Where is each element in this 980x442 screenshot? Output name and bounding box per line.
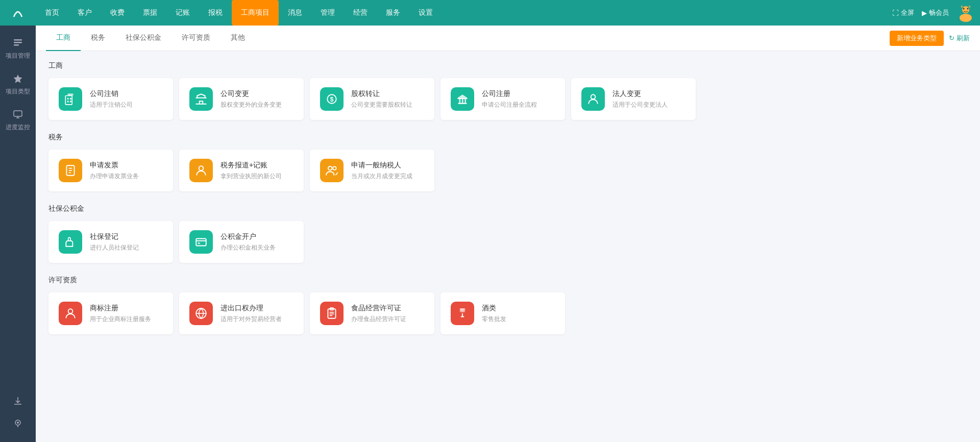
card-title: 进出口权办理	[220, 304, 293, 313]
service-card[interactable]: 税务报道+记账拿到营业执照的新公司	[179, 150, 304, 191]
card-title: 公司注册	[482, 89, 555, 99]
new-type-button[interactable]: 新增业务类型	[890, 31, 944, 46]
monitor-icon	[12, 108, 24, 120]
service-card[interactable]: $股权转让公司变更需要股权转让	[310, 78, 434, 120]
top-navigation: 首页客户收费票据记账报税工商项目消息管理经营服务设置 ⛶ 全屏 ▶ 畅会员	[0, 0, 980, 26]
section-社保公积金: 社保公积金社保登记进行人员社保登记公积金开户办理公积金相关业务	[48, 204, 967, 263]
sidebar-item-progress[interactable]: 进度监控	[0, 102, 36, 138]
nav-item-记账[interactable]: 记账	[166, 0, 199, 26]
section-title: 许可资质	[48, 276, 967, 285]
svg-rect-19	[70, 98, 71, 100]
svg-rect-37	[196, 239, 206, 246]
section-title: 工商	[48, 61, 967, 70]
card-title: 股权转让	[351, 89, 424, 99]
tabs-container: 工商税务社保公积金许可资质其他	[46, 26, 255, 51]
svg-text:$: $	[330, 96, 334, 103]
sidebar-location-btn[interactable]	[0, 412, 36, 434]
vip-button[interactable]: ▶ 畅会员	[922, 8, 949, 17]
nav-item-工商项目[interactable]: 工商项目	[232, 0, 279, 26]
nav-item-服务[interactable]: 服务	[377, 0, 409, 26]
card-icon	[59, 230, 82, 254]
svg-rect-6	[14, 44, 19, 46]
tab-许可资质[interactable]: 许可资质	[172, 26, 220, 51]
svg-rect-20	[67, 101, 69, 102]
refresh-button[interactable]: ↻ 刷新	[949, 34, 970, 43]
svg-rect-27	[462, 99, 463, 103]
card-icon	[451, 87, 474, 111]
nav-item-客户[interactable]: 客户	[68, 0, 101, 26]
card-desc: 公司变更需要股权转让	[351, 101, 424, 109]
service-card[interactable]: 商标注册用于企业商标注册服务	[48, 292, 173, 334]
card-icon	[581, 87, 605, 111]
vip-label: 畅会员	[929, 8, 949, 17]
cards-grid: 申请发票办理申请发票业务税务报道+记账拿到营业执照的新公司申请一般纳税人当月或次…	[48, 150, 967, 191]
svg-rect-26	[459, 99, 461, 103]
nav-item-消息[interactable]: 消息	[279, 0, 311, 26]
tab-其他[interactable]: 其他	[220, 26, 255, 51]
service-card[interactable]: 公司变更股权变更外的业务变更	[179, 78, 304, 120]
nav-item-收费[interactable]: 收费	[101, 0, 134, 26]
cards-grid: 社保登记进行人员社保登记公积金开户办理公积金相关业务	[48, 221, 967, 263]
tab-工商[interactable]: 工商	[46, 26, 81, 51]
card-title: 法人变更	[612, 89, 685, 99]
service-card[interactable]: 公司注册申请公司注册全流程	[440, 78, 565, 120]
fullscreen-button[interactable]: ⛶ 全屏	[892, 8, 914, 17]
cards-grid: 公司注销适用于注销公司公司变更股权变更外的业务变更$股权转让公司变更需要股权转让…	[48, 78, 967, 120]
card-desc: 当月或次月成变更完成	[351, 172, 424, 181]
scroll-content[interactable]: 工商公司注销适用于注销公司公司变更股权变更外的业务变更$股权转让公司变更需要股权…	[36, 51, 980, 442]
nav-item-票据[interactable]: 票据	[134, 0, 166, 26]
card-title: 申请发票	[90, 161, 163, 170]
svg-point-3	[967, 8, 969, 10]
card-desc: 零售批发	[482, 315, 555, 324]
card-title: 公司注销	[90, 89, 163, 99]
service-card[interactable]: 申请发票办理申请发票业务	[48, 150, 173, 191]
nav-item-管理[interactable]: 管理	[311, 0, 344, 26]
card-icon	[189, 87, 213, 111]
card-desc: 适用于注销公司	[90, 101, 163, 109]
sidebar-download-btn[interactable]	[0, 389, 36, 412]
nav-item-首页[interactable]: 首页	[36, 0, 68, 26]
play-icon: ▶	[922, 9, 927, 17]
tab-社保公积金[interactable]: 社保公积金	[115, 26, 172, 51]
service-card[interactable]: 社保登记进行人员社保登记	[48, 221, 173, 263]
service-card[interactable]: 公司注销适用于注销公司	[48, 78, 173, 120]
sidebar-item-project-type[interactable]: 项目类型	[0, 66, 36, 102]
card-desc: 适用于公司变更法人	[612, 101, 685, 109]
refresh-icon: ↻	[949, 34, 954, 42]
top-nav-right: ⛶ 全屏 ▶ 畅会员	[892, 4, 975, 22]
card-desc: 拿到营业执照的新公司	[220, 172, 293, 181]
card-title: 食品经营许可证	[351, 304, 424, 313]
fullscreen-label: 全屏	[901, 8, 914, 17]
fullscreen-icon: ⛶	[892, 9, 899, 17]
service-card[interactable]: 食品经营许可证办理食品经营许可证	[310, 292, 434, 334]
svg-rect-5	[14, 42, 22, 43]
sidebar-item-project-management[interactable]: 项目管理	[0, 31, 36, 66]
service-card[interactable]: 进出口权办理适用于对外贸易经营者	[179, 292, 304, 334]
svg-rect-24	[458, 103, 467, 104]
avatar[interactable]	[957, 4, 975, 22]
section-许可资质: 许可资质商标注册用于企业商标注册服务进出口权办理适用于对外贸易经营者食品经营许可…	[48, 276, 967, 334]
nav-item-设置[interactable]: 设置	[409, 0, 442, 26]
section-工商: 工商公司注销适用于注销公司公司变更股权变更外的业务变更$股权转让公司变更需要股权…	[48, 61, 967, 120]
svg-marker-7	[14, 75, 22, 83]
sidebar-item-label: 项目管理	[6, 52, 30, 60]
service-card[interactable]: 法人变更适用于公司变更法人	[571, 78, 696, 120]
nav-item-经营[interactable]: 经营	[344, 0, 377, 26]
service-card[interactable]: 申请一般纳税人当月或次月成变更完成	[310, 150, 434, 191]
svg-rect-16	[68, 93, 74, 95]
card-desc: 申请公司注册全流程	[482, 101, 555, 109]
card-icon	[320, 159, 344, 182]
service-card[interactable]: 公积金开户办理公积金相关业务	[179, 221, 304, 263]
tabs-bar: 工商税务社保公积金许可资质其他 新增业务类型 ↻ 刷新	[36, 26, 980, 51]
service-card[interactable]: 酒类零售批发	[440, 292, 565, 334]
svg-rect-39	[198, 242, 200, 244]
logo[interactable]	[5, 0, 31, 26]
section-title: 税务	[48, 133, 967, 142]
tab-税务[interactable]: 税务	[81, 26, 115, 51]
card-title: 商标注册	[90, 304, 163, 313]
cards-grid: 商标注册用于企业商标注册服务进出口权办理适用于对外贸易经营者食品经营许可证办理食…	[48, 292, 967, 334]
nav-item-报税[interactable]: 报税	[199, 0, 232, 26]
card-desc: 用于企业商标注册服务	[90, 315, 163, 324]
svg-rect-18	[67, 98, 69, 100]
card-icon	[59, 87, 82, 111]
